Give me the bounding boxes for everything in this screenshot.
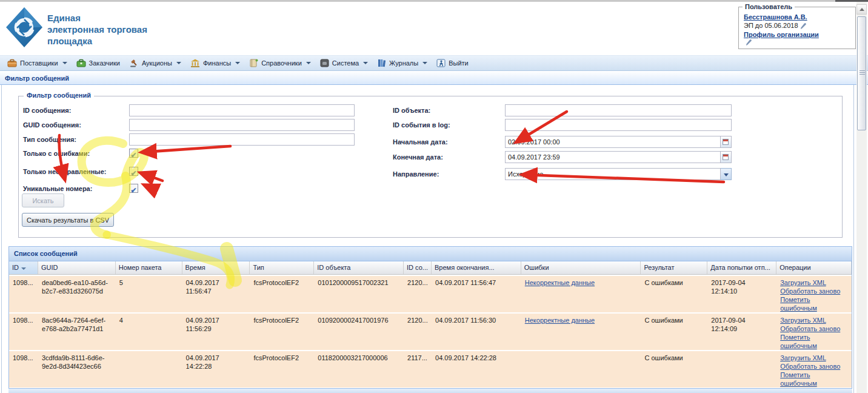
menu-item-auctions[interactable]: Аукционы — [125, 57, 187, 69]
download-csv-button[interactable]: Скачать результаты в CSV — [22, 213, 114, 227]
message-id-input[interactable] — [129, 104, 355, 116]
grid-body: 1098... dea0bed6-ea10-a56d-b2c7-e831d326… — [9, 275, 852, 393]
cell-guid: dea0bed6-ea10-a56d-b2c7-e831d326075d — [38, 276, 116, 312]
system-icon — [320, 59, 329, 67]
col-header-operations[interactable]: Операции — [776, 261, 852, 274]
load-xml-link[interactable]: Загрузить XML — [780, 354, 826, 361]
start-date-input[interactable] — [505, 136, 721, 148]
col-header-type[interactable]: Тип — [250, 261, 314, 274]
start-date-calendar-button[interactable] — [721, 136, 732, 148]
direction-combobox[interactable] — [505, 168, 721, 180]
chevron-down-icon — [235, 62, 240, 64]
user-panel-legend: Пользователь — [743, 3, 795, 10]
col-header-result[interactable]: Результат — [641, 261, 707, 274]
cell-result: С ошибками — [641, 351, 708, 388]
menu-item-system[interactable]: Система — [316, 57, 373, 69]
menu-item-finances[interactable]: Финансы — [187, 57, 245, 69]
cell-attempt-date: 2017-09-04 12:14:10 — [707, 276, 776, 312]
pen-icon — [800, 22, 807, 30]
calendar-icon — [723, 154, 729, 160]
chevron-down-icon — [306, 62, 311, 64]
direction-label: Направление: — [393, 170, 439, 178]
error-details-link[interactable]: Некорректные данные — [525, 279, 595, 286]
cell-object-id: 0109200002417001976 — [314, 314, 404, 350]
end-date-calendar-button[interactable] — [721, 151, 732, 163]
scrollbar-thumb[interactable] — [857, 16, 866, 130]
cell-operations: Загрузить XML Обработать заново Пометить… — [776, 276, 852, 312]
briefcase-green-icon — [76, 59, 86, 67]
col-header-packet[interactable]: Номер пакета — [116, 261, 182, 274]
only-errors-checkbox[interactable]: ✔ — [129, 149, 138, 158]
briefcase-orange-icon — [7, 59, 17, 67]
reprocess-link[interactable]: Обработать заново — [780, 325, 840, 332]
col-header-object-id[interactable]: ID объекта — [314, 261, 404, 274]
unique-numbers-checkbox[interactable]: ✔ — [129, 184, 138, 193]
log-event-id-input[interactable] — [505, 119, 732, 131]
only-unsent-label: Только неотправленные: — [23, 168, 106, 175]
chevron-down-icon — [176, 62, 181, 64]
sort-desc-icon — [21, 267, 26, 270]
col-header-errors[interactable]: Ошибки — [521, 261, 641, 274]
col-header-id-so[interactable]: ID со... — [404, 261, 432, 274]
col-header-id[interactable]: ID — [9, 261, 38, 274]
cell-operations: Загрузить XML Обработать заново Пометить… — [776, 314, 852, 350]
log-event-id-label: ID события в log: — [393, 121, 450, 129]
menu-item-logout[interactable]: Выйти — [433, 57, 474, 69]
book-icon — [249, 59, 258, 67]
menu-item-references[interactable]: Справочники — [245, 57, 316, 69]
journals-icon — [377, 59, 386, 67]
menu-item-suppliers[interactable]: Поставщики — [4, 57, 73, 69]
load-xml-link[interactable]: Загрузить XML — [780, 279, 826, 286]
org-profile-link[interactable]: Профиль организации — [744, 31, 819, 38]
cell-operations: Загрузить XML Обработать заново Пометить… — [776, 351, 852, 388]
col-header-guid[interactable]: GUID — [38, 261, 116, 274]
load-xml-link[interactable]: Загрузить XML — [780, 317, 826, 324]
brand-title: Единая электронная торговая площадка — [47, 12, 147, 47]
reprocess-link[interactable]: Обработать заново — [780, 363, 840, 370]
chevron-down-icon — [363, 62, 368, 64]
reprocess-link[interactable]: Обработать заново — [780, 287, 840, 295]
col-header-attempt-date[interactable]: Дата попытки отп... — [707, 261, 776, 274]
cell-end-time: 04.09.2017 11:56:47 — [432, 276, 521, 312]
cell-type: fcsProtocolEF2 — [250, 276, 314, 312]
cell-attempt-date: 2017-09-04 12:14:09 — [707, 314, 776, 350]
search-button[interactable]: Искать — [22, 193, 64, 207]
message-id-label: ID сообщения: — [23, 107, 71, 114]
direction-dropdown-button[interactable] — [721, 168, 732, 180]
cell-time: 04.09.2017 14:22:28 — [182, 351, 250, 388]
col-header-end-time[interactable]: Время окончания... — [432, 261, 521, 274]
mark-erroneous-link[interactable]: Пометить ошибочным — [780, 334, 817, 349]
user-name-link[interactable]: Бесстрашнова А.В. — [744, 13, 807, 21]
cell-end-time: 04.09.2017 11:56:30 — [432, 314, 521, 350]
error-details-link[interactable]: Некорректные данные — [525, 317, 595, 324]
cell-object-id: 0118200003217000006 — [314, 351, 404, 388]
menu-item-customers[interactable]: Заказчики — [73, 57, 125, 69]
message-guid-label: GUID сообщения: — [23, 121, 81, 129]
object-id-label: ID объекта: — [393, 107, 430, 114]
menu-item-journals[interactable]: Журналы — [373, 57, 433, 69]
cell-guid: 8ac9644a-7264-e6ef-e768-a2b2a77471d1 — [38, 314, 116, 350]
cell-guid: 3cdfda9b-8111-6d6e-9e2d-8d34f423ec66 — [38, 351, 116, 388]
calendar-icon — [723, 139, 729, 145]
cell-id: 1098... — [9, 351, 38, 388]
message-guid-input[interactable] — [129, 119, 355, 131]
message-type-label: Тип сообщения: — [23, 136, 76, 143]
vertical-scrollbar[interactable] — [856, 2, 867, 393]
message-type-input[interactable] — [129, 133, 355, 146]
scroll-up-button[interactable] — [856, 4, 867, 15]
cell-object-id: 0101200009517002321 — [314, 276, 404, 312]
col-header-time[interactable]: Время — [182, 261, 250, 274]
viewport-border-right — [853, 85, 854, 393]
cell-time: 04.09.2017 11:56:29 — [182, 314, 250, 350]
end-date-input[interactable] — [505, 151, 721, 163]
mark-erroneous-link[interactable]: Пометить ошибочным — [780, 296, 817, 312]
viewport-border-left — [1, 85, 2, 393]
object-id-input[interactable] — [505, 104, 732, 116]
mark-erroneous-link[interactable]: Пометить ошибочным — [780, 371, 817, 387]
bank-icon — [190, 59, 200, 67]
checkbox-check-icon: ✔ — [130, 151, 136, 160]
filter-fieldset: Фильтр сообщений — [18, 96, 843, 238]
pager-bar — [8, 388, 852, 393]
only-unsent-checkbox[interactable]: ✔ — [129, 167, 138, 176]
chevron-down-icon — [724, 173, 729, 176]
